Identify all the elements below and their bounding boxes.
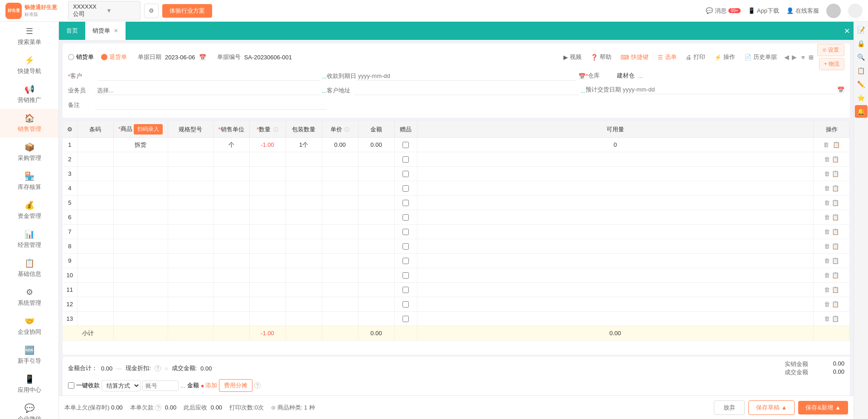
toolbar-help-button[interactable]: ❓ 帮助	[588, 51, 614, 63]
row1-barcode[interactable]	[77, 138, 113, 152]
row9-delete-icon[interactable]: 🗑	[824, 257, 830, 264]
row1-copy-icon[interactable]: 📋	[833, 141, 840, 148]
online-service-button[interactable]: 👤 在线客服	[786, 7, 819, 15]
date-calendar-icon[interactable]: 📅	[199, 54, 206, 61]
warehouse-dots-button[interactable]: ...	[638, 72, 643, 79]
close-all-tabs-button[interactable]: ✕	[844, 27, 850, 35]
toolbar-history-button[interactable]: 📄 历史单据	[742, 51, 780, 63]
toolbar-operation-button[interactable]: ⚡ 操作	[712, 51, 738, 63]
toolbar-filter-button[interactable]: ☰ 选单	[655, 51, 679, 63]
customer-input[interactable]	[97, 72, 320, 81]
discount-help-icon[interactable]: ?	[155, 365, 161, 371]
due-date-calendar-icon[interactable]: 📅	[578, 73, 586, 80]
row2-copy-icon[interactable]: 📋	[832, 156, 839, 163]
user-avatar2[interactable]	[848, 4, 863, 18]
right-panel-clipboard-icon[interactable]: 📋	[855, 64, 868, 77]
row8-delete-icon[interactable]: 🗑	[824, 243, 830, 250]
sidebar-item-system[interactable]: ⚙ 系统管理	[0, 283, 58, 312]
row9-copy-icon[interactable]: 📋	[832, 257, 839, 264]
row6-gift-checkbox[interactable]	[402, 214, 409, 221]
row1-spec[interactable]	[168, 138, 213, 152]
sidebar-item-apps[interactable]: 📱 应用中心	[0, 370, 58, 399]
row10-delete-icon[interactable]: 🗑	[824, 272, 830, 279]
sidebar-item-wechat[interactable]: 💬 企业微信	[0, 399, 58, 419]
message-button[interactable]: 💬 消息 99+	[706, 7, 741, 15]
radio-sale-order[interactable]: 销货单	[68, 53, 94, 61]
due-date-input[interactable]	[356, 72, 577, 81]
list-view-icon[interactable]: ≡	[801, 54, 805, 61]
sidebar-item-sales[interactable]: 🏠 销售管理	[0, 109, 58, 138]
toolbar-video-button[interactable]: ▶ 视频	[561, 51, 584, 63]
sidebar-item-inventory[interactable]: 🏪 库存核算	[0, 167, 58, 196]
row5-delete-icon[interactable]: 🗑	[824, 199, 830, 206]
tab-active-sales-order[interactable]: 销货单 ✕	[85, 22, 126, 40]
customer-addr-dots-button[interactable]: ...	[581, 87, 586, 94]
user-avatar[interactable]	[826, 4, 841, 18]
row1-qty[interactable]: -1.00	[249, 138, 286, 152]
next-record-button[interactable]: ▶	[791, 53, 798, 62]
company-selector[interactable]: XXXXXX公司 ▼	[68, 1, 141, 20]
tab-home[interactable]: 首页	[59, 22, 85, 40]
add-payment-button[interactable]: ● 添加	[201, 381, 217, 390]
trial-button[interactable]: 体验行业方案	[162, 4, 212, 18]
save-new-button[interactable]: 保存&新增 ▲	[798, 401, 848, 414]
sidebar-item-quicknav[interactable]: ⚡ 快捷导航	[0, 51, 58, 80]
bank-dots-button[interactable]: ...	[180, 382, 185, 389]
right-panel-edit-icon[interactable]: ✏️	[855, 78, 868, 91]
salesperson-input[interactable]	[95, 86, 320, 95]
fee-split-button[interactable]: 费用分摊	[219, 379, 252, 392]
row5-copy-icon[interactable]: 📋	[832, 199, 839, 206]
payment-method-select[interactable]: 结算方式	[102, 380, 141, 391]
row1-delete-icon[interactable]: 🗑	[823, 141, 829, 148]
row10-gift-checkbox[interactable]	[402, 272, 409, 279]
row3-gift-checkbox[interactable]	[402, 171, 409, 177]
row1-unit-price[interactable]: 0.00	[322, 138, 358, 152]
right-panel-note-icon[interactable]: 📝	[855, 24, 868, 36]
remark-input[interactable]	[95, 101, 327, 110]
toolbar-print-button[interactable]: 🖨 打印	[683, 51, 708, 63]
row5-gift-checkbox[interactable]	[402, 200, 409, 206]
toolbar-shortcut-button[interactable]: ⌨ 快捷键	[618, 51, 651, 63]
save-draft-button[interactable]: 保存草稿 ▲	[748, 400, 795, 415]
row2-delete-icon[interactable]: 🗑	[824, 156, 830, 163]
scan-barcode-button[interactable]: 扫码录入	[134, 124, 163, 135]
sidebar-item-basic[interactable]: 📋 基础信息	[0, 254, 58, 283]
row13-delete-icon[interactable]: 🗑	[824, 315, 830, 322]
settings-gear-button[interactable]: ⚙	[144, 4, 159, 18]
total-owed-help-icon[interactable]: ?	[155, 405, 161, 411]
row3-copy-icon[interactable]: 📋	[832, 170, 839, 177]
expected-date-calendar-icon[interactable]: 📅	[837, 87, 844, 93]
row13-copy-icon[interactable]: 📋	[832, 315, 839, 322]
row6-copy-icon[interactable]: 📋	[832, 214, 839, 221]
row12-copy-icon[interactable]: 📋	[832, 301, 839, 308]
row11-copy-icon[interactable]: 📋	[832, 286, 839, 293]
radio-return-order[interactable]: 退货单	[101, 53, 127, 61]
row4-gift-checkbox[interactable]	[402, 185, 409, 192]
tab-close-button[interactable]: ✕	[114, 28, 118, 34]
row12-delete-icon[interactable]: 🗑	[824, 301, 830, 308]
right-panel-star-icon[interactable]: ⭐	[855, 92, 868, 104]
row4-delete-icon[interactable]: 🗑	[824, 185, 830, 192]
customer-addr-input[interactable]	[354, 86, 579, 95]
prev-record-button[interactable]: ◀	[783, 53, 790, 62]
sidebar-item-finance[interactable]: 💰 资金管理	[0, 196, 58, 225]
table-scroll-container[interactable]: ⚙ 条码 *商品 扫码录入 规格型号 *销售单位 *数量 ⓘ 包装数量 单价 ⓘ…	[63, 121, 850, 355]
row8-gift-checkbox[interactable]	[402, 243, 409, 250]
row4-copy-icon[interactable]: 📋	[832, 185, 839, 192]
row6-delete-icon[interactable]: 🗑	[824, 214, 830, 221]
salesperson-dots-button[interactable]: ...	[322, 87, 327, 94]
row2-gift-checkbox[interactable]	[402, 156, 409, 163]
row7-delete-icon[interactable]: 🗑	[824, 228, 830, 235]
sidebar-item-purchase[interactable]: 📦 采购管理	[0, 138, 58, 167]
fee-split-help-icon[interactable]: ?	[254, 382, 261, 389]
row1-gift-checkbox[interactable]	[402, 142, 409, 148]
logistics-button[interactable]: + 物流	[819, 58, 844, 70]
app-download-button[interactable]: 📱 App下载	[748, 7, 779, 15]
row13-gift-checkbox[interactable]	[402, 316, 409, 322]
abandon-button[interactable]: 放弃	[714, 400, 745, 415]
row11-delete-icon[interactable]: 🗑	[824, 286, 830, 293]
row7-gift-checkbox[interactable]	[402, 229, 409, 235]
row3-delete-icon[interactable]: 🗑	[824, 170, 830, 177]
right-panel-search-icon[interactable]: 🔍	[855, 51, 868, 63]
sidebar-item-enterprise[interactable]: 🤝 企业协同	[0, 312, 58, 341]
